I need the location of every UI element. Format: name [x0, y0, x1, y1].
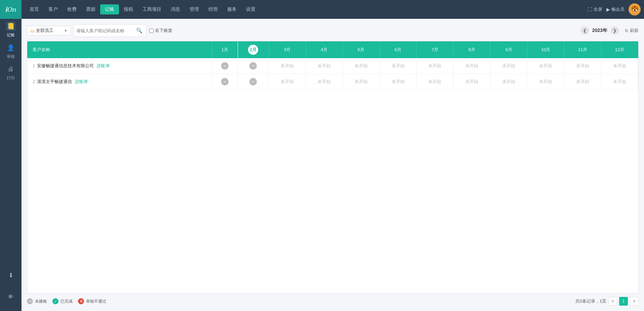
nav-fee[interactable]: 收费: [63, 4, 81, 14]
table-row: 2漠漠太平畅捷通信进账簿−−未开始未开始未开始未开始未开始未开始未开始未开始未开…: [27, 74, 638, 90]
month-cell-6: 未开始: [379, 74, 416, 90]
enter-ledger-link[interactable]: 进账簿: [96, 63, 110, 68]
not-started-text: 未开始: [465, 63, 478, 68]
eye-icon: 👁: [6, 292, 15, 302]
sidebar: iOn 📒 记账 👤 审核 🖨 打印 ⬇ 👁: [0, 0, 22, 311]
table-header-row: 客户名称 1月 2月 3月 4月 5月 6月 7月 8月 9月 10月 11月 …: [27, 41, 638, 58]
nav-client[interactable]: 客户: [44, 4, 63, 14]
not-started-text: 未开始: [576, 63, 589, 68]
download-icon: ⬇: [6, 271, 15, 280]
user-avatar[interactable]: 🐯: [629, 3, 641, 15]
toolbar: 🗂 全部员工 ▼ 🔍 名下账套 ❮ 2023年 ❯ ↻ 刷新: [27, 24, 639, 37]
pagination: 共2条记录，1页 < 1 >: [575, 297, 639, 306]
month-cell-8: 未开始: [453, 74, 490, 90]
not-started-text: 未开始: [539, 79, 552, 84]
col-mar: 3月: [269, 41, 306, 58]
prev-page-button[interactable]: <: [608, 297, 617, 306]
refresh-icon: ↻: [625, 28, 629, 33]
member-button[interactable]: ▶ 畅会员: [606, 6, 625, 12]
table-row: 1安徽畅捷通信息技术有限公司进账簿−−未开始未开始未开始未开始未开始未开始未开始…: [27, 58, 638, 74]
not-started-text: 未开始: [281, 63, 294, 68]
row-index: 2: [33, 79, 35, 84]
not-started-text: 未开始: [355, 63, 368, 68]
prev-year-button[interactable]: ❮: [581, 27, 589, 35]
month-cell-4: 未开始: [306, 58, 343, 74]
nav-accounting[interactable]: 记账: [100, 4, 119, 14]
not-started-text: 未开始: [613, 79, 626, 84]
month-cell-6: 未开始: [379, 58, 416, 74]
legend-label-not-built: 未建账: [35, 299, 47, 304]
enter-ledger-link[interactable]: 进账簿: [75, 79, 88, 84]
app-logo: iOn: [0, 0, 22, 19]
fullscreen-button[interactable]: ⛶ 全屏: [588, 6, 602, 12]
nav-manage[interactable]: 管理: [185, 4, 204, 14]
search-button[interactable]: 🔍: [135, 26, 144, 35]
print-icon: 🖨: [6, 65, 15, 74]
month-cell-10: 未开始: [527, 74, 564, 90]
content-area: 🗂 全部员工 ▼ 🔍 名下账套 ❮ 2023年 ❯ ↻ 刷新: [22, 19, 644, 311]
top-nav: 首页 客户 收费 票据 记账 报税 工商项目 消息 管理 经营 服务 设置 ⛶ …: [22, 0, 644, 19]
month-cell-5: 未开始: [343, 74, 379, 90]
legend-rejected: ✕ 审核不通过: [78, 298, 106, 304]
legend-dot-red: ✕: [78, 298, 84, 304]
sidebar-item-accounting[interactable]: 📒 记账: [0, 19, 22, 40]
not-started-text: 未开始: [502, 63, 515, 68]
sidebar-bottom: ⬇ 👁: [0, 265, 22, 311]
month-cell-3: 未开始: [269, 74, 306, 90]
legend-not-built: − 未建账: [27, 298, 47, 304]
search-wrapper[interactable]: 🔍: [73, 24, 147, 37]
not-started-text: 未开始: [392, 63, 405, 68]
accounts-table-container: 客户名称 1月 2月 3月 4月 5月 6月 7月 8月 9月 10月 11月 …: [27, 41, 639, 294]
month-cell-3: 未开始: [269, 58, 306, 74]
col-oct: 10月: [527, 41, 564, 58]
nav-business[interactable]: 工商项目: [138, 4, 166, 14]
month-cell-11: 未开始: [564, 74, 601, 90]
sidebar-item-audit[interactable]: 👤 审核: [0, 40, 22, 62]
month-cell-2: −: [238, 58, 269, 74]
employee-select[interactable]: 🗂 全部员工 ▼: [27, 26, 71, 35]
month-cell-2: −: [238, 74, 269, 90]
nav-service[interactable]: 服务: [223, 4, 241, 14]
refresh-label: 刷新: [630, 28, 639, 34]
next-year-button[interactable]: ❯: [611, 27, 619, 35]
nav-invoice[interactable]: 票据: [81, 4, 100, 14]
sidebar-item-eye[interactable]: 👁: [0, 286, 22, 308]
col-jul: 7月: [416, 41, 453, 58]
my-accounts-checkbox[interactable]: [149, 29, 154, 33]
fullscreen-icon: ⛶: [588, 7, 592, 12]
next-page-button[interactable]: >: [630, 297, 639, 306]
not-started-text: 未开始: [502, 79, 515, 84]
not-started-text: 未开始: [281, 79, 294, 84]
main-area: 首页 客户 收费 票据 记账 报税 工商项目 消息 管理 经营 服务 设置 ⛶ …: [22, 0, 644, 311]
not-started-text: 未开始: [613, 63, 626, 68]
month-cell-11: 未开始: [564, 58, 601, 74]
col-nov: 11月: [564, 41, 601, 58]
my-accounts-checkbox-label[interactable]: 名下账套: [149, 28, 172, 34]
nav-message[interactable]: 消息: [166, 4, 185, 14]
client-name-text: 安徽畅捷通信息技术有限公司: [37, 63, 94, 68]
month-cell-10: 未开始: [527, 58, 564, 74]
sidebar-item-print[interactable]: 🖨 打印: [0, 62, 22, 83]
client-name-text: 漠漠太平畅捷通信: [37, 79, 72, 84]
col-apr: 4月: [306, 41, 343, 58]
refresh-button[interactable]: ↻ 刷新: [625, 28, 639, 34]
nav-settings[interactable]: 设置: [241, 4, 260, 14]
sidebar-item-download[interactable]: ⬇: [0, 265, 22, 286]
col-jan: 1月: [212, 41, 238, 58]
month-cell-7: 未开始: [416, 74, 453, 90]
not-started-text: 未开始: [465, 79, 478, 84]
current-page-button[interactable]: 1: [619, 297, 628, 306]
row-index: 1: [33, 63, 35, 68]
month-cell-12: 未开始: [601, 58, 638, 74]
not-started-text: 未开始: [355, 79, 368, 84]
my-accounts-label: 名下账套: [155, 28, 172, 34]
nav-tax[interactable]: 报税: [119, 4, 138, 14]
total-text: 共2条记录，1页: [575, 298, 606, 304]
not-started-text: 未开始: [318, 63, 331, 68]
nav-home[interactable]: 首页: [25, 4, 44, 14]
month-cell-1: −: [212, 74, 238, 90]
search-input[interactable]: [76, 28, 134, 33]
nav-operate[interactable]: 经营: [204, 4, 223, 14]
not-started-text: 未开始: [428, 79, 441, 84]
legend-label-completed: 已完成: [61, 299, 73, 304]
